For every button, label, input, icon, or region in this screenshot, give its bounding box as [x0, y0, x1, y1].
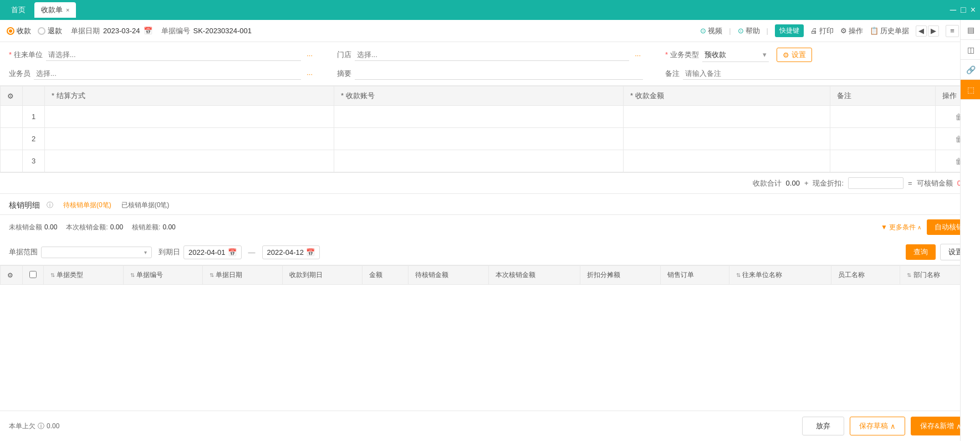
win-close-btn[interactable]: × — [971, 5, 976, 15]
stat-unchecked-label: 未核销金额 — [9, 223, 42, 232]
nav-arrows: ◀ ▶ — [916, 25, 939, 37]
total-label1: 收款合计 — [753, 178, 782, 188]
date-value: 2023-03-24 — [103, 27, 140, 35]
main-content: 收款 退款 单据日期 2023-03-24 📅 单据编号 SK-20230324… — [0, 20, 980, 441]
vcol-counterpart: ⇅ 往来单位名称 — [729, 266, 831, 285]
row3-remark[interactable] — [830, 150, 935, 172]
row2-num: 2 — [23, 128, 45, 150]
form-row-2: 业务员 ··· 摘要 备注 — [9, 68, 971, 80]
side-link-icon[interactable]: 🔗 — [961, 60, 980, 80]
win-min-btn[interactable]: ─ — [950, 5, 956, 15]
help-btn[interactable]: ⊙ 帮助 — [738, 26, 760, 36]
calendar-to-icon[interactable]: 📅 — [306, 248, 315, 257]
row2-account[interactable] — [334, 128, 623, 150]
business-type-select[interactable]: 预收款 ▾ — [702, 48, 769, 62]
date-to-input[interactable]: 2022-04-12 📅 — [262, 245, 320, 259]
view-list-btn[interactable]: ≡ — [946, 25, 959, 37]
date-sep: — — [248, 248, 256, 257]
staff-input[interactable] — [34, 68, 301, 80]
table-gear-header[interactable]: ⚙ — [1, 86, 23, 106]
range-select[interactable]: ▾ — [41, 247, 152, 258]
shop-input[interactable] — [355, 49, 629, 61]
vcol-gear[interactable]: ⚙ — [1, 266, 23, 285]
tab-home[interactable]: 首页 — [4, 2, 32, 18]
vcol-check — [23, 266, 44, 285]
detail-table-section: ⚙ * 结算方式 * 收款账号 * 收款金额 备注 操作 — [0, 86, 980, 173]
toolbar-right: ⊙ 视频 | ⊙ 帮助 | 快捷键 🖨 打印 ⚙ 操作 📋 历史单据 — [700, 24, 973, 37]
verify-title: 核销明细 — [9, 201, 40, 211]
range-chevron-icon: ▾ — [144, 249, 147, 255]
num-value: SK-20230324-001 — [193, 27, 252, 35]
table-rownum-header — [23, 86, 45, 106]
date-from-input[interactable]: 2022-04-01 📅 — [183, 245, 242, 259]
remark-input[interactable] — [683, 68, 971, 80]
tab-done[interactable]: 已核销单据(0笔) — [121, 201, 170, 210]
more-conditions-btn[interactable]: ▼ 更多条件 ∧ — [881, 223, 921, 232]
calendar-icon[interactable]: 📅 — [144, 27, 152, 35]
table-remark-header: 备注 — [830, 86, 935, 106]
row3-amount[interactable] — [623, 150, 830, 172]
counterpart-more-btn[interactable]: ··· — [304, 51, 315, 59]
vcol-type: ⇅ 单据类型 — [44, 266, 124, 285]
tab-pending[interactable]: 待核销单据(0笔) — [60, 199, 115, 211]
row1-settlement[interactable] — [45, 106, 334, 128]
win-max-btn[interactable]: □ — [961, 5, 966, 15]
side-view-icon[interactable]: ◫ — [961, 40, 980, 60]
row1-remark[interactable] — [830, 106, 935, 128]
form-section: * 往来单位 ··· 门店 ··· * 业务类型 预收款 ▾ ⚙ 设置 — [0, 42, 980, 86]
stat-current: 本次核销金额: 0.00 — [66, 223, 123, 232]
duedate-field: 到期日 2022-04-01 📅 — 2022-04-12 📅 — [159, 245, 320, 259]
info-icon[interactable]: ⓘ — [38, 422, 44, 431]
tab-close-icon[interactable]: × — [66, 7, 69, 13]
row1-account[interactable] — [334, 106, 623, 128]
row2-gear — [1, 128, 23, 150]
business-type-label: * 业务类型 — [665, 50, 699, 60]
staff-field: 业务员 ··· — [9, 68, 315, 80]
history-btn[interactable]: 📋 历史单据 — [870, 26, 909, 36]
settings-btn[interactable]: ⚙ 设置 — [777, 48, 812, 62]
vcol-pending: 待核销金额 — [409, 266, 489, 285]
vcol-current: 本次核销金额 — [489, 266, 580, 285]
radio-refund[interactable]: 退款 — [38, 26, 62, 36]
row1-amount[interactable] — [623, 106, 830, 128]
row2-amount[interactable] — [623, 128, 830, 150]
row2-remark[interactable] — [830, 128, 935, 150]
query-btn[interactable]: 查询 — [906, 244, 936, 260]
business-type-value: 预收款 — [705, 50, 760, 60]
tab-receipt[interactable]: 收款单 × — [34, 2, 76, 18]
business-type-chevron: ▾ — [763, 50, 767, 59]
table-account-header: * 收款账号 — [334, 86, 623, 106]
radio-receipt[interactable]: 收款 — [7, 26, 31, 36]
total-label3: 可核销金额 — [917, 178, 953, 188]
shop-more-btn[interactable]: ··· — [632, 51, 643, 59]
select-all-checkbox[interactable] — [29, 271, 37, 278]
save-draft-btn[interactable]: 保存草稿 ∧ — [850, 417, 905, 435]
calendar-from-icon[interactable]: 📅 — [228, 248, 237, 257]
table-row: 2 🗑 ⊕ — [1, 128, 980, 150]
staff-more-btn[interactable]: ··· — [304, 70, 315, 78]
tab-home-label: 首页 — [11, 5, 25, 15]
discard-btn[interactable]: 放弃 — [802, 417, 844, 435]
verify-info-icon[interactable]: ⓘ — [47, 201, 53, 210]
radio-receipt-dot — [7, 27, 14, 35]
summary-input[interactable] — [355, 68, 643, 80]
row3-account[interactable] — [334, 150, 623, 172]
row1-num: 1 — [23, 106, 45, 128]
row2-settlement[interactable] — [45, 128, 334, 150]
side-edit-icon[interactable]: ⬚ — [961, 80, 980, 100]
date-label: 单据日期 — [71, 26, 100, 36]
counterpart-input[interactable] — [46, 49, 301, 61]
vcol-discount: 折扣分摊额 — [580, 266, 661, 285]
nav-prev-btn[interactable]: ◀ — [916, 25, 927, 37]
ops-btn[interactable]: ⚙ 操作 — [840, 26, 863, 36]
cash-discount-input[interactable] — [848, 177, 904, 189]
shortcut-btn[interactable]: 快捷键 — [775, 24, 804, 37]
row3-settlement[interactable] — [45, 150, 334, 172]
save-draft-label: 保存草稿 — [859, 421, 888, 431]
verify-section: 核销明细 ⓘ 待核销单据(0笔) 已核销单据(0笔) 未核销金额 0.00 本次… — [0, 194, 980, 411]
print-btn[interactable]: 🖨 打印 — [810, 26, 834, 36]
side-table-icon[interactable]: ▤ — [961, 20, 980, 40]
video-btn[interactable]: ⊙ 视频 — [700, 26, 722, 36]
nav-next-btn[interactable]: ▶ — [928, 25, 939, 37]
more-conditions-label: 更多条件 — [889, 223, 916, 232]
